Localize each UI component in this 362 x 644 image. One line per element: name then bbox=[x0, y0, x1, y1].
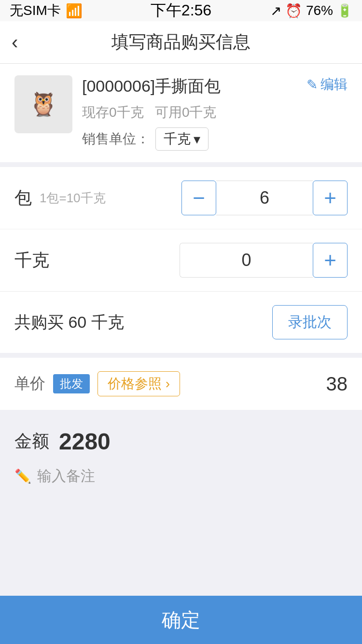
edit-icon: ✎ bbox=[306, 77, 318, 93]
unit-label: 销售单位： bbox=[82, 130, 150, 148]
product-name: [0000006]手撕面包 bbox=[82, 75, 221, 98]
price-label: 单价 bbox=[14, 373, 45, 394]
unit-select[interactable]: 千克 ▾ bbox=[155, 127, 209, 151]
wifi-icon: 📶 bbox=[66, 3, 83, 19]
product-image: 🦉 bbox=[14, 75, 72, 133]
nav-bar: ‹ 填写商品购买信息 bbox=[0, 21, 362, 64]
confirm-button[interactable]: 确定 bbox=[0, 596, 362, 644]
remark-row[interactable]: ✏️ 输入备注 bbox=[14, 466, 348, 486]
pencil-icon: ✏️ bbox=[14, 468, 31, 484]
product-unit-row: 销售单位： 千克 ▾ bbox=[82, 127, 348, 151]
kg-qty-input[interactable] bbox=[180, 243, 313, 278]
kg-text: 千克 bbox=[14, 249, 49, 272]
unit-value: 千克 bbox=[164, 130, 191, 148]
amount-row: 金额 2280 bbox=[14, 428, 348, 455]
bao-label: 包 1包=10千克 bbox=[14, 186, 106, 210]
back-button[interactable]: ‹ bbox=[12, 31, 18, 53]
kg-label: 千克 bbox=[14, 249, 49, 272]
price-value: 38 bbox=[326, 373, 348, 395]
location-icon: ↗ bbox=[270, 3, 281, 19]
edit-button[interactable]: ✎ 编辑 bbox=[306, 75, 348, 94]
battery-text: 76% bbox=[306, 3, 333, 18]
stock-text: 现存0千克 bbox=[82, 105, 144, 120]
price-section: 单价 批发 价格参照 › 38 bbox=[0, 358, 362, 415]
kg-qty-control: + bbox=[180, 243, 348, 278]
amount-label: 金额 bbox=[14, 430, 49, 453]
summary-row: 共购买 60 千克 录批次 bbox=[0, 292, 362, 358]
battery-icon: 🔋 bbox=[337, 3, 352, 18]
record-batch-button[interactable]: 录批次 bbox=[272, 305, 348, 339]
price-reference-button[interactable]: 价格参照 › bbox=[97, 371, 180, 396]
bao-qty-control: − + bbox=[181, 181, 348, 215]
bao-input-row: 包 1包=10千克 − + bbox=[0, 167, 362, 229]
page-title: 填写商品购买信息 bbox=[111, 30, 251, 54]
alarm-icon: ⏰ bbox=[285, 3, 302, 19]
product-card: 🦉 [0000006]手撕面包 ✎ 编辑 现存0千克 可用0千克 销售单位： 千… bbox=[0, 64, 362, 167]
product-code: [0000006] bbox=[82, 77, 155, 95]
bao-hint: 1包=10千克 bbox=[40, 190, 106, 207]
edit-label: 编辑 bbox=[320, 75, 348, 94]
bao-plus-button[interactable]: + bbox=[313, 181, 348, 215]
product-stock: 现存0千克 可用0千克 bbox=[82, 103, 348, 122]
available-text: 可用0千克 bbox=[155, 105, 217, 120]
product-logo-icon: 🦉 bbox=[29, 91, 58, 118]
product-title: 手撕面包 bbox=[155, 77, 221, 95]
kg-input-row: 千克 + bbox=[0, 229, 362, 291]
status-bar-time: 下午2:56 bbox=[151, 0, 211, 21]
carrier-text: 无SIM卡 bbox=[10, 1, 61, 20]
bao-qty-input[interactable] bbox=[216, 181, 313, 215]
input-section: 包 1包=10千克 − + 千克 + bbox=[0, 167, 362, 292]
amount-section: 金额 2280 ✏️ 输入备注 bbox=[0, 415, 362, 496]
status-bar-right: ↗ ⏰ 76% 🔋 bbox=[270, 3, 352, 19]
status-bar: 无SIM卡 📶 下午2:56 ↗ ⏰ 76% 🔋 bbox=[0, 0, 362, 21]
summary-text: 共购买 60 千克 bbox=[14, 311, 124, 334]
bao-text: 包 bbox=[14, 186, 32, 210]
kg-plus-button[interactable]: + bbox=[313, 243, 348, 278]
product-info: [0000006]手撕面包 ✎ 编辑 现存0千克 可用0千克 销售单位： 千克 … bbox=[82, 75, 348, 151]
remark-placeholder: 输入备注 bbox=[37, 466, 95, 486]
price-tag-badge: 批发 bbox=[53, 374, 90, 393]
status-bar-left: 无SIM卡 📶 bbox=[10, 1, 83, 20]
amount-value: 2280 bbox=[59, 428, 111, 455]
unit-chevron-icon: ▾ bbox=[194, 131, 200, 147]
bao-minus-button[interactable]: − bbox=[181, 181, 216, 215]
